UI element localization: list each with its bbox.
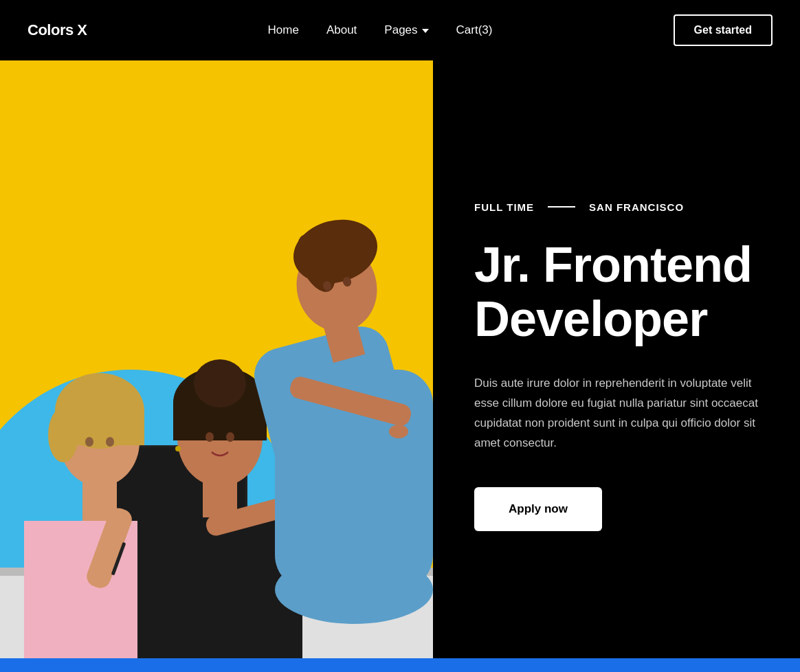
bottom-strip [0,658,800,672]
job-description: Duis aute irure dolor in reprehenderit i… [474,374,759,453]
hero-image-panel [0,60,433,658]
svg-rect-23 [173,403,267,440]
get-started-button[interactable]: Get started [674,14,773,46]
job-title-line2: Developer [474,291,707,346]
nav-pages-dropdown[interactable]: Pages [384,23,428,37]
hero-section: FULL TIME SAN FRANCISCO Jr. Frontend Dev… [0,60,800,658]
hero-content-panel: FULL TIME SAN FRANCISCO Jr. Frontend Dev… [433,60,800,658]
svg-point-40 [175,446,181,451]
job-location: SAN FRANCISCO [589,201,684,213]
job-meta-separator [548,206,575,208]
job-meta: FULL TIME SAN FRANCISCO [474,201,759,213]
svg-point-26 [226,432,234,442]
chevron-down-icon [422,29,429,33]
svg-point-15 [106,437,114,447]
svg-point-30 [275,555,433,624]
svg-point-24 [194,359,246,407]
nav-cart[interactable]: Cart(3) [456,23,493,37]
nav-home[interactable]: Home [268,23,299,37]
svg-point-25 [205,432,214,442]
logo[interactable]: Colors X [27,21,87,39]
job-type: FULL TIME [474,201,534,213]
job-title: Jr. Frontend Developer [474,238,759,346]
apply-now-button[interactable]: Apply now [474,487,602,531]
navbar: Colors X Home About Pages Cart(3) Get st… [0,0,800,60]
job-title-line1: Jr. Frontend [474,237,752,292]
svg-point-39 [389,425,408,438]
svg-point-14 [85,437,93,447]
people-scene [0,60,433,658]
nav-links: Home About Pages Cart(3) [268,23,493,37]
nav-pages-label: Pages [384,23,417,37]
svg-point-13 [48,407,78,462]
nav-about[interactable]: About [326,23,357,37]
